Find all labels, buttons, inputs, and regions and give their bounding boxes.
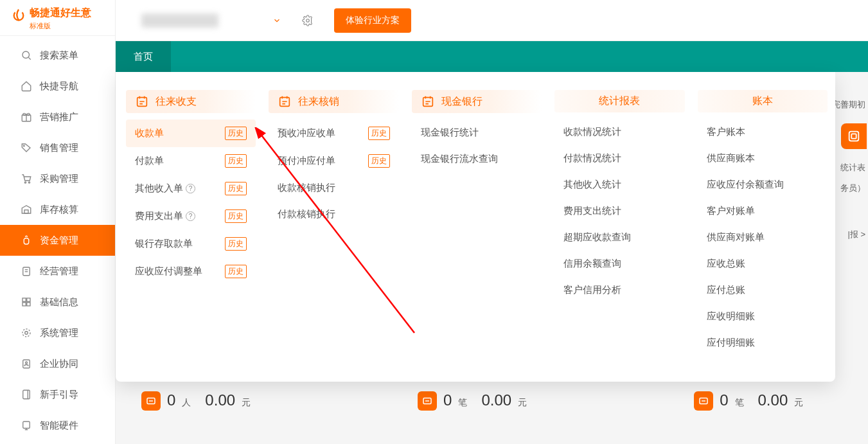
guide-icon — [21, 389, 32, 400]
mega-item[interactable]: 预付冲应付单历史 — [269, 147, 398, 175]
history-tag[interactable]: 历史 — [225, 154, 247, 168]
mega-item[interactable]: 应收明细账 — [698, 303, 828, 330]
money-icon — [21, 235, 32, 246]
mega-item[interactable]: 收款核销执行 — [269, 175, 398, 201]
warehouse-icon — [21, 204, 32, 215]
mega-item[interactable]: 现金银行统计 — [412, 120, 542, 146]
tab-home[interactable]: 首页 — [116, 41, 171, 72]
mega-menu-fund: 往来收支收款单历史付款单历史其他收入单?历史费用支出单?历史银行存取款单历史应收… — [116, 72, 835, 382]
mega-item[interactable]: 费用支出单?历史 — [126, 202, 256, 230]
mega-item-label: 其他收入统计 — [563, 179, 621, 191]
sidebar-item-label: 经营管理 — [40, 265, 78, 278]
mega-item-label: 应收明细账 — [707, 310, 755, 323]
sidebar-item-label: 企业协同 — [40, 358, 78, 370]
sidebar-item-4[interactable]: 采购管理 — [0, 163, 115, 194]
mega-item[interactable]: 现金银行流水查询 — [412, 146, 542, 172]
org-dropdown[interactable] — [131, 10, 292, 31]
mega-item[interactable]: 供应商对账单 — [698, 224, 828, 251]
mega-item[interactable]: 信用余额查询 — [554, 251, 684, 277]
stat-unit: 人 — [182, 397, 191, 409]
mega-item[interactable]: 付款单历史 — [126, 147, 256, 175]
history-tag[interactable]: 历史 — [225, 209, 247, 223]
history-tag[interactable]: 历史 — [225, 182, 247, 195]
mega-item[interactable]: 付款核销执行 — [269, 201, 398, 227]
mega-item-label: 应收应付余额查询 — [707, 179, 784, 191]
sidebar-menu: 搜索菜单快捷导航营销推广销售管理采购管理库存核算资金管理经营管理基础信息系统管理… — [0, 36, 115, 444]
stat-amount: 0.00 — [758, 391, 788, 409]
sidebar-item-1[interactable]: 快捷导航 — [0, 71, 115, 102]
stat-block: 0笔0.00元 — [694, 391, 803, 411]
svg-rect-14 — [27, 303, 30, 306]
mega-item[interactable]: 预收冲应收单历史 — [269, 120, 398, 147]
logo-icon — [12, 8, 26, 22]
mega-item[interactable]: 供应商账本 — [698, 145, 828, 172]
sidebar-item-label: 库存核算 — [40, 204, 78, 216]
right-floating-icon[interactable] — [841, 123, 867, 149]
mega-item[interactable]: 超期应收款查询 — [554, 224, 684, 251]
history-tag[interactable]: 历史 — [225, 265, 247, 278]
right-item[interactable]: |报 > — [846, 226, 867, 243]
logo-area: 畅捷通好生意 标准版 — [0, 0, 115, 36]
svg-line-1 — [28, 57, 30, 59]
gear-icon[interactable] — [302, 15, 314, 26]
help-icon[interactable]: ? — [186, 211, 195, 221]
stat-icon — [141, 391, 161, 411]
mega-item[interactable]: 应付总账 — [698, 277, 828, 303]
svg-rect-21 — [23, 422, 30, 429]
logo-text: 畅捷通好生意 — [30, 6, 91, 20]
mega-item[interactable]: 客户对账单 — [698, 198, 828, 224]
mega-item[interactable]: 收款情况统计 — [554, 119, 684, 145]
history-tag[interactable]: 历史 — [225, 127, 247, 140]
sidebar-item-label: 采购管理 — [40, 173, 78, 185]
mega-item[interactable]: 应收总账 — [698, 251, 828, 277]
mega-item[interactable]: 应付明细账 — [698, 330, 828, 356]
sidebar-item-0[interactable]: 搜索菜单 — [0, 40, 115, 71]
help-icon[interactable]: ? — [186, 184, 195, 193]
mega-item[interactable]: 客户信用分析 — [554, 277, 684, 303]
sidebar-item-10[interactable]: 企业协同 — [0, 348, 115, 379]
right-item[interactable]: 务员） — [839, 180, 867, 197]
right-item[interactable]: 完善期初 — [831, 96, 867, 113]
svg-point-24 — [306, 19, 310, 22]
stat-icon — [694, 391, 713, 411]
sidebar-item-3[interactable]: 销售管理 — [0, 132, 115, 163]
sidebar-item-5[interactable]: 库存核算 — [0, 194, 115, 225]
sidebar-item-label: 快捷导航 — [40, 80, 78, 93]
industry-plan-button[interactable]: 体验行业方案 — [334, 8, 411, 33]
mega-item-label: 应收总账 — [707, 258, 745, 270]
sidebar-item-6[interactable]: 资金管理 — [0, 225, 115, 256]
mega-item-label: 付款情况统计 — [563, 152, 621, 164]
right-item[interactable]: 统计表 — [839, 159, 867, 176]
stat-block: 0笔0.00元 — [418, 391, 527, 411]
mega-item[interactable]: 客户账本 — [698, 119, 828, 145]
mega-col-title: 账本 — [752, 94, 773, 108]
sidebar-item-11[interactable]: 新手引导 — [0, 379, 115, 410]
mega-item-label: 收款核销执行 — [278, 182, 335, 194]
history-tag[interactable]: 历史 — [368, 127, 390, 140]
team-icon — [21, 358, 32, 369]
mega-item[interactable]: 银行存取款单历史 — [126, 230, 256, 258]
svg-point-16 — [25, 332, 28, 335]
sidebar-item-7[interactable]: 经营管理 — [0, 256, 115, 287]
mega-item[interactable]: 收款单历史 — [126, 120, 256, 147]
sidebar-item-9[interactable]: 系统管理 — [0, 317, 115, 348]
stat-amount-unit: 元 — [518, 397, 527, 409]
mega-col-title: 统计报表 — [599, 94, 640, 108]
history-tag[interactable]: 历史 — [225, 237, 247, 251]
mega-col-header: 账本 — [698, 90, 828, 112]
sidebar-item-8[interactable]: 基础信息 — [0, 287, 115, 317]
sidebar-item-2[interactable]: 营销推广 — [0, 102, 115, 132]
history-tag[interactable]: 历史 — [368, 154, 390, 168]
mega-item-label: 应收应付调整单 — [135, 265, 202, 278]
sidebar-item-label: 搜索菜单 — [40, 49, 78, 62]
mega-col-title: 往来核销 — [298, 95, 339, 109]
search-icon — [21, 49, 32, 61]
mega-item[interactable]: 应收应付余额查询 — [698, 172, 828, 198]
sidebar-item-12[interactable]: 智能硬件 — [0, 410, 115, 441]
mega-item[interactable]: 付款情况统计 — [554, 145, 684, 172]
svg-point-18 — [26, 362, 28, 364]
mega-item[interactable]: 其他收入单?历史 — [126, 175, 256, 202]
mega-item[interactable]: 费用支出统计 — [554, 198, 684, 224]
mega-item[interactable]: 其他收入统计 — [554, 172, 684, 198]
mega-item[interactable]: 应收应付调整单历史 — [126, 258, 256, 285]
